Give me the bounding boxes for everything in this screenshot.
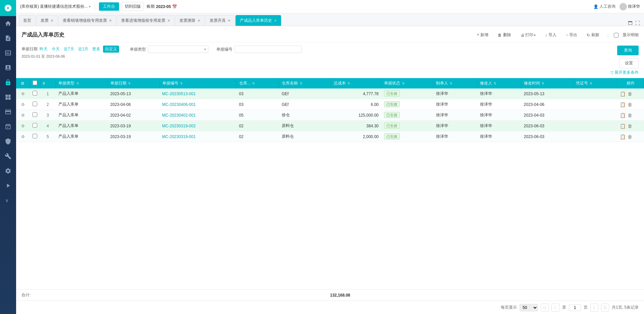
row-delete-icon[interactable]: 🗑	[628, 134, 632, 139]
tab-expand-button[interactable]: ⛶	[635, 20, 640, 26]
prev-page-button[interactable]: ⟨	[551, 304, 559, 312]
td-code[interactable]: MC-20230402-001	[159, 110, 236, 121]
tab-home[interactable]: 首页	[19, 15, 36, 26]
th-total-cost[interactable]: 总成本 ⇅	[331, 78, 381, 88]
td-code[interactable]: MC-20230319-002	[159, 121, 236, 131]
tab-sales-close[interactable]: ✕	[109, 19, 112, 22]
td-checkbox[interactable]	[30, 99, 40, 110]
tab-sales-invoice[interactable]: 查看销项增值税专用发票 ✕	[58, 15, 116, 26]
tab-invoice-close[interactable]: ✕	[51, 19, 53, 22]
row-edit-icon[interactable]: 📋	[620, 123, 626, 129]
row-edit-icon[interactable]: 📋	[620, 102, 626, 107]
date-btn-7days[interactable]: 近7天	[62, 46, 75, 53]
sidebar-item-home[interactable]	[0, 16, 16, 31]
td-checkbox[interactable]	[30, 88, 40, 99]
td-checkbox[interactable]	[30, 131, 40, 142]
th-modifier[interactable]: 修改人 ⇅	[477, 78, 521, 88]
code-link[interactable]: MC-20230406-001	[162, 102, 196, 107]
brand-dropdown-icon[interactable]: ▾	[89, 5, 91, 8]
delete-button[interactable]: 🗑 删除	[495, 31, 514, 39]
row-delete-icon[interactable]: 🗑	[628, 91, 632, 97]
per-page-select[interactable]: 50 100 200	[520, 304, 538, 311]
sidebar-item-v[interactable]: V	[0, 193, 16, 208]
sidebar-item-grid[interactable]	[0, 90, 16, 105]
import-button[interactable]: ↓ 导入	[542, 31, 559, 39]
row-checkbox[interactable]	[33, 102, 37, 106]
sidebar-item-analytics[interactable]	[0, 60, 16, 75]
row-edit-icon[interactable]: 📋	[620, 113, 626, 118]
sidebar-item-play[interactable]	[0, 178, 16, 193]
td-settings[interactable]: ⚙	[16, 88, 30, 99]
tab-history-close[interactable]: ✕	[274, 19, 277, 22]
tab-purchase-invoice[interactable]: 查看进项增值税专用发票 ✕	[117, 15, 174, 26]
td-settings[interactable]: ⚙	[16, 99, 30, 110]
td-code[interactable]: MC-20230319-001	[159, 131, 236, 142]
th-warehouse-code[interactable]: 仓库... ⇅	[236, 78, 279, 88]
th-modify-time[interactable]: 修改时间 ⇅	[521, 78, 573, 88]
last-page-button[interactable]: ⟩⟩	[601, 304, 609, 312]
date-btn-custom[interactable]: 自定义	[103, 46, 119, 53]
th-code[interactable]: 单据编号 ⇅	[159, 78, 236, 88]
expand-filter-button[interactable]: ▽ 展开更多条件	[610, 70, 639, 75]
tab-open[interactable]: 发票开具 ✕	[205, 15, 235, 26]
select-all-checkbox[interactable]	[33, 80, 37, 85]
code-link[interactable]: MC-20230402-001	[162, 113, 196, 118]
row-delete-icon[interactable]: 🗑	[628, 102, 632, 107]
code-link[interactable]: MC-20230319-002	[162, 124, 196, 128]
sidebar-item-lock[interactable]	[0, 75, 16, 90]
export-button[interactable]: ↑ 导出	[563, 31, 580, 39]
date-btn-1month[interactable]: 近1月	[77, 46, 90, 53]
th-settings[interactable]: ⚙	[16, 78, 30, 88]
td-settings[interactable]: ⚙	[16, 131, 30, 142]
refresh-button[interactable]: ↻ 刷新	[584, 31, 602, 39]
sidebar-item-doc[interactable]	[0, 31, 16, 46]
sidebar-item-box[interactable]	[0, 119, 16, 134]
th-date[interactable]: 单据日期 ⇅	[108, 78, 160, 88]
td-code[interactable]: MC-20230513-001	[159, 88, 236, 99]
th-status[interactable]: 单据状态 ⇅	[381, 78, 433, 88]
th-creator[interactable]: 制单人 ⇅	[433, 78, 477, 88]
tab-invoice[interactable]: 发票 ✕	[36, 15, 58, 26]
new-button[interactable]: + 新增	[474, 31, 491, 39]
help-button[interactable]: 👤 人工咨询	[593, 4, 615, 9]
row-checkbox[interactable]	[33, 112, 37, 117]
td-checkbox[interactable]	[30, 121, 40, 131]
row-checkbox[interactable]	[33, 91, 37, 96]
print-button[interactable]: 🖨 打印 ▾	[518, 31, 538, 39]
date-btn-more[interactable]: 更多	[91, 46, 102, 53]
td-settings[interactable]: ⚙	[16, 121, 30, 131]
td-settings[interactable]: ⚙	[16, 110, 30, 121]
user-menu[interactable]: 徐泽华	[620, 3, 640, 10]
date-btn-today[interactable]: 今天	[50, 46, 61, 53]
sidebar-item-gear[interactable]	[0, 164, 16, 178]
code-link[interactable]: MC-20230513-001	[162, 91, 196, 96]
type-select[interactable]: 产品入库单	[148, 46, 208, 53]
switch-version-button[interactable]: 切到旧版	[122, 2, 144, 11]
code-input[interactable]	[234, 46, 302, 53]
first-page-button[interactable]: ⟨⟨	[541, 304, 549, 312]
sidebar-item-chart[interactable]	[0, 46, 16, 60]
calendar-icon[interactable]: 📅	[172, 4, 177, 9]
td-code[interactable]: MC-20230406-001	[159, 99, 236, 110]
tab-minimize-button[interactable]: 🗖	[628, 20, 633, 26]
th-checkbox[interactable]	[30, 78, 40, 88]
tab-calc[interactable]: 发票测算 ✕	[175, 15, 205, 26]
date-btn-yesterday[interactable]: 昨天	[38, 46, 49, 53]
th-type[interactable]: 单据类型 ⇅	[56, 78, 108, 88]
sidebar-item-invoice[interactable]	[0, 105, 16, 119]
sidebar-item-tools[interactable]	[0, 149, 16, 164]
query-button[interactable]: 查询	[617, 46, 639, 55]
row-checkbox[interactable]	[33, 134, 37, 138]
tab-purchase-close[interactable]: ✕	[167, 19, 170, 22]
workbench-button[interactable]: 工作台	[99, 2, 119, 11]
next-page-button[interactable]: ⟩	[590, 304, 598, 312]
row-edit-icon[interactable]: 📋	[620, 91, 626, 97]
show-detail-checkbox[interactable]	[614, 33, 619, 38]
code-link[interactable]: MC-20230319-001	[162, 134, 196, 139]
tab-open-close[interactable]: ✕	[228, 19, 230, 22]
td-checkbox[interactable]	[30, 110, 40, 121]
th-voucher[interactable]: 凭证号 ⇅	[573, 78, 617, 88]
sidebar-item-settings2[interactable]	[0, 134, 16, 149]
th-warehouse-name[interactable]: 仓库名称 ⇅	[279, 78, 331, 88]
tab-calc-close[interactable]: ✕	[198, 19, 200, 22]
